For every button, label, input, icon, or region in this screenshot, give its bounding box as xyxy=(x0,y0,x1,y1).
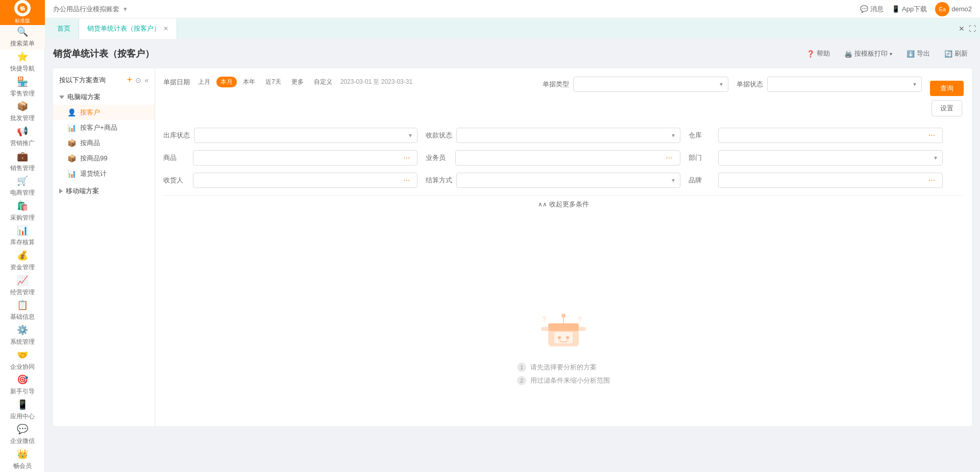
sidebar-item-vip[interactable]: 👑 畅会员 xyxy=(0,447,45,472)
scheme-section-pc-header[interactable]: 电脑端方案 xyxy=(53,89,155,105)
svg-text:畅: 畅 xyxy=(20,6,25,11)
collapse-filters-button[interactable]: ∧∧ 收起更多条件 xyxy=(163,195,964,213)
order-type-select[interactable]: ▾ xyxy=(573,77,728,92)
tip-1-number: 1 xyxy=(517,363,526,372)
template-print-label: 按模板打印 xyxy=(854,49,888,58)
settings-button[interactable]: 设置 xyxy=(932,100,962,116)
topbar-dropdown-icon[interactable]: ▾ xyxy=(124,5,127,13)
scheme-item-by-customer[interactable]: 👤 按客户 xyxy=(53,105,155,120)
close-window-icon[interactable]: ✕ xyxy=(959,25,965,33)
brand-select[interactable]: ··· xyxy=(718,173,943,188)
sidebar-item-search[interactable]: 🔍 搜索菜单 xyxy=(0,25,45,50)
sidebar-item-quick-nav[interactable]: ⭐ 快捷导航 xyxy=(0,50,45,75)
out-status-select[interactable]: ▾ xyxy=(194,128,418,143)
goods-more-icon[interactable]: ··· xyxy=(401,153,412,162)
sidebar-item-system-label: 系统管理 xyxy=(10,338,35,346)
topbar: 办公用品行业模拟账套 ▾ 💬 消息 📱 App下载 Ea demo2 xyxy=(45,0,980,18)
export-button[interactable]: ⬇️ 导出 xyxy=(902,47,934,60)
sidebar-item-ecommerce-label: 电商管理 xyxy=(10,188,35,197)
query-button[interactable]: 查询 xyxy=(930,81,964,96)
warehouse-more-icon[interactable]: ··· xyxy=(926,131,937,140)
out-status-chevron-icon: ▾ xyxy=(409,132,412,139)
tab-home[interactable]: 首页 xyxy=(49,18,79,39)
sidebar-item-app-center[interactable]: 📱 应用中心 xyxy=(0,397,45,422)
date-tab-last-7-days[interactable]: 近7天 xyxy=(261,77,285,87)
app-logo[interactable]: 畅 标准版 xyxy=(0,0,45,25)
purchase-icon: 🛍️ xyxy=(17,200,28,211)
goods-scheme-icon: 📦 xyxy=(67,139,76,147)
scheme-add-button[interactable]: + xyxy=(127,75,133,85)
date-tab-custom[interactable]: 自定义 xyxy=(310,77,336,87)
salesperson-more-icon[interactable]: ··· xyxy=(664,153,674,162)
scheme-item-by-goods-label: 按商品 xyxy=(80,138,100,148)
sidebar-item-operations[interactable]: 📈 经营管理 xyxy=(0,273,45,298)
date-tab-this-month[interactable]: 本月 xyxy=(216,77,237,87)
empty-tip-2: 2 用过滤条件来缩小分析范围 xyxy=(517,376,610,385)
sidebar-item-sales-label: 销售管理 xyxy=(10,164,35,173)
order-status-label: 单据状态 xyxy=(737,80,763,89)
tab-close-button[interactable]: ✕ xyxy=(163,25,168,32)
sidebar-item-purchase[interactable]: 🛍️ 采购管理 xyxy=(0,199,45,224)
sidebar-item-enterprise-wechat[interactable]: 💬 企业微信 xyxy=(0,422,45,447)
print-icon: 🖨️ xyxy=(844,50,852,58)
download-icon: 📱 xyxy=(892,5,900,13)
goods-select[interactable]: ··· xyxy=(193,150,418,166)
svg-rect-9 xyxy=(541,327,549,331)
scheme-panel: 按以下方案查询 + ⊙ « 电脑端方案 👤 按客户 📊 xyxy=(53,68,155,426)
sidebar-item-wholesale[interactable]: 📦 批发管理 xyxy=(0,100,45,125)
receiver-select[interactable]: ··· xyxy=(193,173,418,188)
warehouse-select[interactable]: ··· xyxy=(718,128,943,143)
sidebar-item-new-guide[interactable]: 🎯 新手引导 xyxy=(0,372,45,397)
sidebar-item-system[interactable]: ⚙️ 系统管理 xyxy=(0,323,45,348)
sidebar-item-sales[interactable]: 💼 销售管理 xyxy=(0,149,45,174)
scheme-panel-header: 按以下方案查询 + ⊙ « xyxy=(53,75,155,85)
message-button[interactable]: 💬 消息 xyxy=(860,5,884,14)
order-status-select[interactable]: ▾ xyxy=(767,77,922,92)
payment-status-select[interactable]: ▾ xyxy=(456,128,680,143)
sidebar-item-ecommerce[interactable]: 🛒 电商管理 xyxy=(0,174,45,199)
sidebar-item-new-guide-label: 新手引导 xyxy=(10,387,35,396)
scheme-collapse-button[interactable]: « xyxy=(144,76,149,84)
department-select[interactable]: ▾ xyxy=(718,150,943,166)
refresh-button[interactable]: 🔄 刷新 xyxy=(940,47,972,60)
app-download-button[interactable]: 📱 App下载 xyxy=(892,5,927,14)
scheme-item-by-goods[interactable]: 📦 按商品 xyxy=(53,135,155,151)
customer-scheme-icon: 👤 xyxy=(67,108,76,116)
sidebar-item-quick-nav-label: 快捷导航 xyxy=(10,64,35,73)
scheme-item-return-stats[interactable]: 📊 退货统计 xyxy=(53,166,155,181)
template-print-button[interactable]: 🖨️ 按模板打印 ▾ xyxy=(840,47,896,60)
brand-more-icon[interactable]: ··· xyxy=(926,176,937,185)
scheme-section-mobile-header[interactable]: 移动端方案 xyxy=(53,183,155,199)
order-type-filter: 单据类型 ▾ xyxy=(543,77,728,92)
date-tab-this-year[interactable]: 本年 xyxy=(239,77,259,87)
scheme-item-by-goods-99-label: 按商品99 xyxy=(80,154,107,163)
sidebar-item-inventory[interactable]: 📊 库存核算 xyxy=(0,224,45,249)
mobile-section-label: 移动端方案 xyxy=(66,186,99,196)
date-tab-more[interactable]: 更多 xyxy=(287,77,308,87)
sidebar-item-finance[interactable]: 💰 资金管理 xyxy=(0,248,45,273)
settlement-select[interactable]: ▾ xyxy=(456,173,680,188)
sidebar-item-finance-label: 资金管理 xyxy=(10,263,35,272)
sidebar-item-retail[interactable]: 🏪 零售管理 xyxy=(0,75,45,100)
scheme-settings-button[interactable]: ⊙ xyxy=(135,76,141,84)
company-title: 办公用品行业模拟账套 xyxy=(53,5,119,14)
brand-label: 品牌 xyxy=(689,176,714,185)
user-profile[interactable]: Ea demo2 xyxy=(935,2,972,16)
vip-icon: 👑 xyxy=(17,449,28,460)
maximize-window-icon[interactable]: ⛶ xyxy=(969,25,976,33)
scheme-item-by-customer-goods[interactable]: 📊 按客户+商品 xyxy=(53,120,155,135)
date-filter: 单据日期 上月 本月 本年 近7天 更多 自定义 2023-03-01 至 20… xyxy=(163,77,534,87)
sidebar-item-basic-info[interactable]: 📋 基础信息 xyxy=(0,298,45,323)
help-button[interactable]: ❓ 帮助 xyxy=(802,47,834,60)
sidebar-item-marketing[interactable]: 📢 营销推广 xyxy=(0,124,45,149)
sidebar-item-marketing-label: 营销推广 xyxy=(10,139,35,148)
salesperson-select[interactable]: ··· xyxy=(455,150,680,166)
date-tab-last-month[interactable]: 上月 xyxy=(194,77,214,87)
tab-sales-stats[interactable]: 销货单统计表（按客户） ✕ xyxy=(79,18,177,39)
filter-row-1: 单据日期 上月 本月 本年 近7天 更多 自定义 2023-03-01 至 20… xyxy=(163,77,964,121)
scheme-item-by-goods-99[interactable]: 📦 按商品99 xyxy=(53,151,155,166)
sidebar-item-purchase-label: 采购管理 xyxy=(10,214,35,222)
collapse-label: 收起更多条件 xyxy=(549,200,589,209)
receiver-more-icon[interactable]: ··· xyxy=(401,176,412,185)
sidebar-item-enterprise[interactable]: 🤝 企业协同 xyxy=(0,348,45,373)
